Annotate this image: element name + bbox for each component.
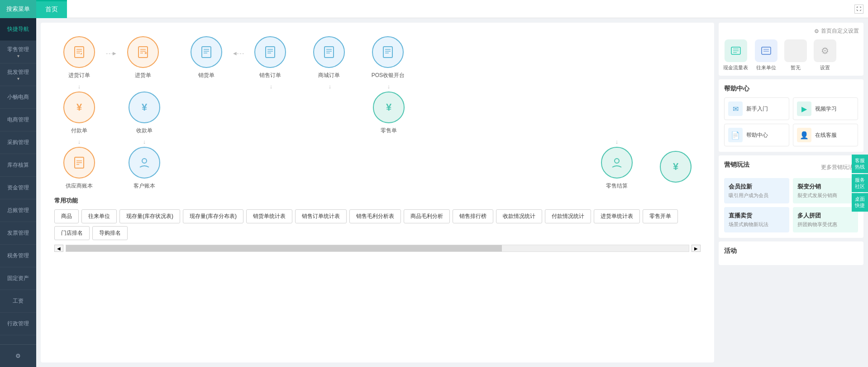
sidebar-item-tax[interactable]: 税务管理 [0, 245, 36, 267]
node-customer-account[interactable]: 客户账本 [119, 147, 169, 190]
search-menu[interactable]: 搜索菜单 [0, 0, 36, 18]
customize-link[interactable]: ⚙ 首页自定义设置 [814, 27, 859, 35]
qn-icon-settings: ⚙ [814, 39, 836, 62]
func-btn-payment-stat[interactable]: 付款情况统计 [545, 209, 591, 223]
gear-small-icon: ⚙ [814, 28, 819, 34]
sidebar-item-ecom[interactable]: 小畅电商 [0, 86, 36, 109]
node-payment[interactable]: ¥ 付款单 [54, 92, 104, 135]
scroll-left-btn[interactable]: ◀ [54, 245, 63, 252]
qn-icon-none [784, 39, 807, 62]
help-item-helpcenter[interactable]: 📄 帮助中心 [724, 124, 789, 146]
func-btn-purchase-stat[interactable]: 进货单统计表 [594, 209, 640, 223]
svg-rect-12 [266, 47, 275, 58]
quick-nav-items: 现金流量表 往来单位 暂无 ⚙ 设置 [723, 39, 859, 71]
func-btn-stock2[interactable]: 现存量(库存分布表) [183, 209, 243, 223]
help-grid: ✉ 新手入门 ▶ 视频学习 📄 帮助中心 👤 在线客服 [724, 97, 858, 146]
func-grid: 商品 往来单位 现存量(库存状况表) 现存量(库存分布表) 销货单统计表 销售订… [54, 209, 701, 240]
float-btn-service[interactable]: 客服 热线 [852, 155, 868, 173]
expand-icon[interactable]: ⛶ [854, 5, 863, 14]
svg-rect-16 [324, 47, 334, 58]
sidebar-item-quicknav[interactable]: 快捷导航 [0, 18, 36, 41]
marketing-item-member[interactable]: 会员拉新 吸引用户成为会员 [724, 178, 789, 203]
help-item-beginner[interactable]: ✉ 新手入门 [724, 97, 789, 120]
svg-point-28 [142, 159, 147, 163]
sidebar-item-invoice[interactable]: 发票管理 [0, 222, 36, 245]
func-btn-sales-stat[interactable]: 销货单统计表 [246, 209, 292, 223]
float-buttons: 客服 热线 服务 社区 桌面 快捷 [852, 155, 868, 212]
float-btn-desktop[interactable]: 桌面 快捷 [852, 193, 868, 212]
node-supplier-account[interactable]: 供应商账本 [54, 147, 104, 190]
sidebar-item-admin[interactable]: 行政管理 [0, 313, 36, 335]
help-icon-video: ▶ [797, 101, 811, 116]
activity-section: 活动 [719, 241, 863, 265]
help-icon-helpcenter: 📄 [728, 128, 743, 142]
qn-item-cashflow[interactable]: 现金流量表 [723, 39, 748, 71]
common-functions: 常用功能 商品 往来单位 现存量(库存状况表) 现存量(库存分布表) 销货单统计… [54, 197, 701, 240]
node-retail-out[interactable]: 零售结算 [592, 147, 642, 190]
marketing-item-live[interactable]: 直播卖货 场景式购物新玩法 [724, 207, 789, 232]
scrollbar: ◀ ▶ [54, 245, 701, 252]
func-btn-store-rank[interactable]: 门店排名 [54, 226, 90, 240]
help-icon-beginner: ✉ [728, 101, 743, 116]
marketing-item-group[interactable]: 多人拼团 拼团购物享受优惠 [793, 207, 858, 232]
qn-item-settings[interactable]: ⚙ 设置 [814, 39, 836, 71]
sidebar-item-inventory[interactable]: 库存核算 [0, 154, 36, 177]
marketing-header: 营销玩法 更多营销玩法 > [724, 161, 858, 174]
scroll-track[interactable] [66, 245, 689, 252]
workflow-diagram: 进货订单 - - -▶ 进货单 [50, 32, 705, 256]
marketing-grid: 会员拉新 吸引用户成为会员 裂变分销 裂变式发展分销商 直播卖货 场景式购物新玩… [724, 178, 858, 232]
common-functions-title: 常用功能 [54, 197, 701, 205]
func-btn-sales-profit[interactable]: 销售毛利分析表 [349, 209, 401, 223]
sidebar-item-ledger[interactable]: 总账管理 [0, 199, 36, 222]
node-mall-order[interactable]: 商城订单 [304, 36, 354, 79]
node-receipt[interactable]: ¥ 收款单 [119, 92, 169, 135]
func-btn-sales-rank[interactable]: 销售排行榜 [453, 209, 493, 223]
node-pos-open[interactable]: POS收银开台 [363, 36, 413, 79]
svg-rect-0 [75, 47, 84, 58]
func-btn-goods-profit[interactable]: 商品毛利分析 [404, 209, 450, 223]
gear-icon: ⚙ [15, 353, 21, 359]
func-btn-retail-order[interactable]: 零售开单 [643, 209, 678, 223]
func-btn-stock1[interactable]: 现存量(库存状况表) [119, 209, 180, 223]
func-btn-guide-rank[interactable]: 导购排名 [92, 226, 128, 240]
marketing-section: 营销玩法 更多营销玩法 > 会员拉新 吸引用户成为会员 裂变分销 裂变式发展分销… [719, 155, 863, 238]
quick-nav-section: ⚙ 首页自定义设置 现金流量表 往来单位 [719, 23, 863, 76]
sidebar-item-assets[interactable]: 固定资产 [0, 267, 36, 290]
func-btn-units[interactable]: 往来单位 [81, 209, 117, 223]
qn-item-none[interactable]: 暂无 [784, 39, 807, 71]
sidebar-item-purchase[interactable]: 采购管理 [0, 131, 36, 154]
sidebar-item-finance[interactable]: 资金管理 [0, 177, 36, 199]
help-icon-online-service: 👤 [797, 128, 811, 142]
float-btn-community[interactable]: 服务 社区 [852, 174, 868, 193]
scroll-right-btn[interactable]: ▶ [692, 245, 701, 252]
sidebar-item-ecommgmt[interactable]: 电商管理 [0, 109, 36, 131]
svg-point-29 [615, 159, 619, 163]
func-btn-receipt-stat[interactable]: 收款情况统计 [496, 209, 542, 223]
node-purchase-bill[interactable]: 进货单 [118, 36, 168, 79]
activity-title: 活动 [724, 247, 858, 255]
tab-home[interactable]: 首页 [36, 0, 67, 18]
node-purchase-order[interactable]: 进货订单 [54, 36, 104, 79]
qn-item-units[interactable]: 往来单位 [755, 39, 777, 71]
sidebar-item-salary[interactable]: 工资 [0, 290, 36, 313]
help-item-online-service[interactable]: 👤 在线客服 [793, 124, 858, 146]
sidebar-item-wholesale[interactable]: 批发管理 ▾ [0, 63, 36, 86]
help-item-video[interactable]: ▶ 视频学习 [793, 97, 858, 120]
quick-nav-header: ⚙ 首页自定义设置 [723, 27, 859, 35]
svg-rect-20 [383, 47, 392, 58]
node-sales-order[interactable]: 销售订单 [245, 36, 295, 79]
sidebar-item-retail[interactable]: 零售管理 ▾ [0, 41, 36, 63]
func-btn-goods[interactable]: 商品 [54, 209, 79, 223]
svg-rect-32 [762, 47, 771, 54]
qn-icon-cashflow [725, 39, 747, 62]
sidebar: 快捷导航 零售管理 ▾ 批发管理 ▾ 小畅电商 电商管理 采购管理 库存核算 资… [0, 18, 36, 367]
node-sales-bill[interactable]: 销货单 [181, 36, 231, 79]
marketing-title: 营销玩法 [724, 161, 749, 169]
func-btn-order-stat[interactable]: 销售订单统计表 [295, 209, 347, 223]
scroll-thumb [66, 245, 502, 251]
right-panel: ⚙ 首页自定义设置 现金流量表 往来单位 [719, 23, 863, 362]
sidebar-settings[interactable]: ⚙ [0, 344, 36, 367]
node-retail-settle[interactable]: ¥ [651, 151, 701, 186]
marketing-item-fission[interactable]: 裂变分销 裂变式发展分销商 [793, 178, 858, 203]
node-retail-bill[interactable]: ¥ 零售单 [364, 92, 414, 135]
